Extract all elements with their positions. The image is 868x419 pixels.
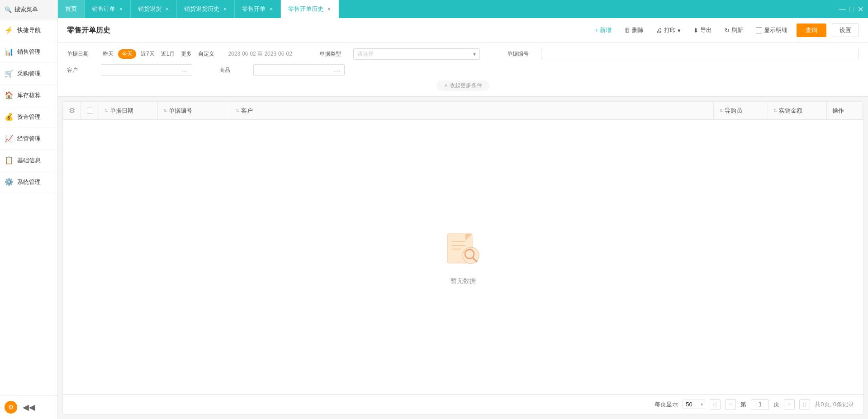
refresh-button[interactable]: ↻ 刷新 <box>721 24 747 36</box>
minimize-button[interactable]: — <box>839 5 846 13</box>
date-opt-自定义[interactable]: 自定义 <box>196 49 216 59</box>
basic-info-icon: 📋 <box>5 156 14 165</box>
tab-sales-return-history[interactable]: 销货退货历史✕ <box>177 0 235 18</box>
window-controls: — □ ✕ <box>839 5 868 14</box>
customer-field[interactable] <box>105 67 181 74</box>
sidebar-search-label: 搜索菜单 <box>14 5 38 14</box>
per-page-select[interactable]: 50 100 200 <box>683 400 705 409</box>
date-opt-昨天[interactable]: 昨天 <box>101 49 115 59</box>
sort-icon-date: ⇅ <box>104 108 108 113</box>
refresh-label: 刷新 <box>731 26 743 34</box>
first-page-button[interactable]: ⟨⟨ <box>710 399 721 410</box>
tab-bar: 首页销售订单✕销货退货✕销货退货历史✕零售开单✕零售开单历史✕ — □ ✕ <box>58 0 868 18</box>
doc-type-chevron: ▾ <box>473 51 476 57</box>
query-button[interactable]: 查询 <box>797 24 826 37</box>
display-detail-button[interactable]: 显示明细 <box>752 24 791 36</box>
sys-mgmt-icon: ⚙️ <box>5 178 14 186</box>
sidebar-search[interactable]: 🔍 搜索菜单 <box>0 0 57 19</box>
date-opt-近1月[interactable]: 近1月 <box>159 49 177 59</box>
th-customer[interactable]: ⇅ 客户 <box>230 102 714 120</box>
sidebar-item-basic-info[interactable]: 📋基础信息 <box>0 150 57 171</box>
empty-illustration <box>441 229 486 270</box>
delete-button[interactable]: 🗑 删除 <box>621 24 647 36</box>
print-button[interactable]: 🖨 打印 ▾ <box>653 24 684 36</box>
inventory-icon: 🏠 <box>5 91 14 99</box>
tab-label-home: 首页 <box>65 5 77 13</box>
th-number[interactable]: ⇅ 单据编号 <box>158 102 230 120</box>
last-page-button[interactable]: ⟩⟩ <box>799 399 810 410</box>
th-amount-label: 实销金额 <box>779 107 802 115</box>
tab-items: 首页销售订单✕销货退货✕销货退货历史✕零售开单✕零售开单历史✕ <box>58 0 339 18</box>
th-guide[interactable]: ⇅ 导购员 <box>714 102 768 120</box>
refresh-icon: ↻ <box>725 27 730 34</box>
select-all-checkbox[interactable] <box>81 102 99 120</box>
sidebar-label-finance: 资金管理 <box>17 113 41 121</box>
sidebar-item-quick-nav[interactable]: ⚡快捷导航 <box>0 19 57 41</box>
th-amount[interactable]: ⇅ 实销金额 <box>768 102 827 120</box>
th-operation: 操作 <box>827 102 863 120</box>
tab-home[interactable]: 首页 <box>58 0 85 18</box>
tab-close-sales-return[interactable]: ✕ <box>165 6 169 12</box>
sidebar-item-sales-mgmt[interactable]: 📊销售管理 <box>0 41 57 63</box>
th-guide-label: 导购员 <box>725 107 742 115</box>
product-field[interactable] <box>257 67 333 74</box>
total-info: 共0页, 0条记录 <box>815 400 854 409</box>
tab-sales-return[interactable]: 销货退货✕ <box>131 0 177 18</box>
th-date[interactable]: ⇅ 单据日期 <box>99 102 158 120</box>
maximize-button[interactable]: □ <box>849 5 854 13</box>
checkbox-all[interactable] <box>87 108 93 114</box>
export-button[interactable]: ⬇ 导出 <box>690 24 716 36</box>
th-customer-label: 客户 <box>241 107 253 115</box>
settings-gear-button[interactable]: ⚙ <box>5 401 17 414</box>
sidebar-item-sys-mgmt[interactable]: ⚙️系统管理 <box>0 171 57 193</box>
finance-icon: 💰 <box>5 113 14 121</box>
page-number-input[interactable] <box>751 399 769 410</box>
sidebar-label-operations: 经营管理 <box>17 135 41 143</box>
settings-button[interactable]: 设置 <box>832 24 859 37</box>
prev-page-button[interactable]: ＜ <box>725 399 736 410</box>
customer-dots: … <box>181 66 188 74</box>
search-icon: 🔍 <box>5 6 12 13</box>
filter-area: 单据日期 昨天今天近7天近1月更多自定义 2023-06-02 至 2023-0… <box>58 43 868 97</box>
doc-number-field[interactable] <box>545 51 855 57</box>
tab-sales-order[interactable]: 销售订单✕ <box>85 0 131 18</box>
doc-number-input[interactable] <box>541 49 859 59</box>
column-settings-button[interactable]: ⚙ <box>63 102 81 120</box>
sidebar-collapse-button[interactable]: ◀◀ <box>23 402 35 412</box>
customer-input[interactable]: … <box>101 64 192 76</box>
sidebar-nav: ⚡快捷导航📊销售管理🛒采购管理🏠库存核算💰资金管理📈经营管理📋基础信息⚙️系统管… <box>0 19 57 193</box>
date-opt-更多[interactable]: 更多 <box>179 49 194 59</box>
product-input[interactable]: … <box>253 64 345 76</box>
sort-icon-amount: ⇅ <box>773 108 777 113</box>
date-opt-近7天[interactable]: 近7天 <box>139 49 157 59</box>
sidebar-item-inventory[interactable]: 🏠库存核算 <box>0 85 57 106</box>
next-page-button[interactable]: ＞ <box>784 399 795 410</box>
collapse-button[interactable]: ∧ 收起更多条件 <box>436 80 489 91</box>
tab-close-retail-open[interactable]: ✕ <box>269 6 273 12</box>
page-label: 第 <box>740 400 746 409</box>
tab-close-sales-order[interactable]: ✕ <box>119 6 123 12</box>
sidebar-item-finance[interactable]: 💰资金管理 <box>0 106 57 128</box>
doc-type-label: 单据类型 <box>319 50 344 58</box>
tab-retail-history[interactable]: 零售开单历史✕ <box>281 0 339 18</box>
tab-close-sales-return-history[interactable]: ✕ <box>223 6 227 12</box>
date-opt-今天[interactable]: 今天 <box>118 49 136 59</box>
sidebar-item-operations[interactable]: 📈经营管理 <box>0 128 57 150</box>
tab-retail-open[interactable]: 零售开单✕ <box>235 0 281 18</box>
product-dots: … <box>333 66 341 74</box>
doc-type-select[interactable]: 请选择 ▾ <box>353 48 480 60</box>
sidebar-label-sys-mgmt: 系统管理 <box>17 178 41 186</box>
product-label: 商品 <box>219 66 244 74</box>
main-area: 首页销售订单✕销货退货✕销货退货历史✕零售开单✕零售开单历史✕ — □ ✕ 零售… <box>58 0 868 419</box>
per-page-label: 每页显示 <box>655 400 678 409</box>
tab-close-retail-history[interactable]: ✕ <box>327 6 331 12</box>
date-label: 单据日期 <box>67 50 92 58</box>
sidebar-item-purchase-mgmt[interactable]: 🛒采购管理 <box>0 63 57 85</box>
checkbox-icon <box>756 27 762 33</box>
toolbar: + 新增 🗑 删除 🖨 打印 ▾ ⬇ 导出 ↻ 刷新 显示明细 <box>591 24 859 37</box>
close-window-button[interactable]: ✕ <box>858 5 863 14</box>
add-button[interactable]: + 新增 <box>591 24 615 36</box>
sidebar-label-inventory: 库存核算 <box>17 91 41 99</box>
purchase-mgmt-icon: 🛒 <box>5 69 14 78</box>
page-suffix: 页 <box>773 400 779 409</box>
